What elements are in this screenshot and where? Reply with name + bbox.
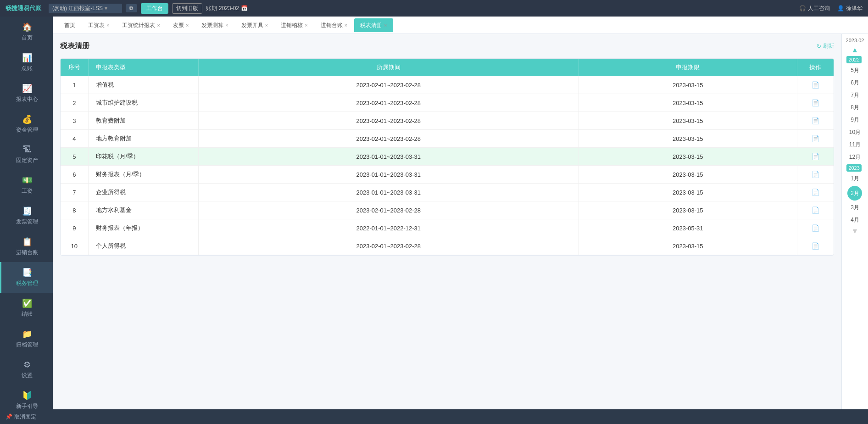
action-icon[interactable]: 📄	[812, 171, 819, 178]
sidebar-item-fund[interactable]: 💰资金管理	[0, 109, 53, 139]
action-icon[interactable]: 📄	[812, 135, 819, 142]
cell-no: 9	[61, 219, 88, 237]
tab-salary_report[interactable]: 工资统计报表×	[116, 18, 166, 32]
period-label: 账期 2023-02 📅	[206, 5, 248, 12]
tab-home[interactable]: 首页	[58, 18, 81, 32]
tab-close-invoice_check[interactable]: ×	[225, 22, 228, 28]
tab-label-invoice_open: 发票开具	[241, 22, 263, 29]
rs-month-2022-6月[interactable]: 6月	[846, 77, 863, 89]
cell-type: 财务报表（月/季）	[88, 166, 198, 184]
tab-purchase_audit[interactable]: 进销稽核×	[275, 18, 313, 32]
tab-purchase_ledger[interactable]: 进销台账×	[315, 18, 353, 32]
rs-month-2023-1月[interactable]: 1月	[846, 173, 863, 185]
tab-close-purchase_audit[interactable]: ×	[305, 22, 307, 28]
sidebar-item-ledger[interactable]: 📊总账	[0, 47, 53, 78]
sidebar-item-guide[interactable]: 🔰新手引导	[0, 385, 53, 409]
tab-invoice[interactable]: 发票×	[167, 18, 195, 32]
tab-close-salary[interactable]: ×	[106, 22, 109, 28]
sidebar-item-purchase[interactable]: 📋进销台账	[0, 231, 53, 262]
action-icon[interactable]: 📄	[812, 81, 819, 89]
rs-month-2022-12月[interactable]: 12月	[846, 151, 863, 163]
user-menu[interactable]: 👤 徐泽华	[837, 5, 862, 12]
settlement-icon: ✅	[22, 298, 32, 308]
sidebar-item-settings[interactable]: ⚙设置	[0, 354, 53, 385]
tab-close-salary_report[interactable]: ×	[157, 22, 160, 28]
tab-label-home: 首页	[64, 22, 75, 29]
rs-month-2023-2月[interactable]: 2月	[847, 186, 862, 201]
company-selector[interactable]: (勿动) 江西报室-LSS ▾	[49, 4, 122, 13]
workstation-button[interactable]: 工作台	[141, 3, 168, 14]
rs-month-2022-8月[interactable]: 8月	[846, 101, 863, 114]
page-title: 税表清册	[60, 41, 89, 51]
tab-tax_list[interactable]: 税表清册×	[354, 18, 393, 32]
rs-month-2022-11月[interactable]: 11月	[846, 139, 863, 151]
rs-current-period: 2023.02	[846, 36, 864, 45]
sidebar-item-tax[interactable]: 📑税务管理	[0, 262, 53, 293]
cell-action: 📄	[797, 237, 834, 255]
cell-type: 地方教育附加	[88, 130, 198, 148]
cell-action: 📄	[797, 94, 834, 112]
cell-no: 3	[61, 112, 88, 130]
tab-close-tax_list[interactable]: ×	[384, 22, 387, 28]
sidebar-item-report[interactable]: 📈报表中心	[0, 78, 53, 109]
rs-nav-down-button[interactable]: ▼	[851, 226, 860, 236]
sidebar-item-invoice[interactable]: 🧾发票管理	[0, 201, 53, 231]
tab-invoice_open[interactable]: 发票开具×	[235, 18, 274, 32]
rs-year-2023[interactable]: 2023	[846, 164, 862, 172]
cell-type: 教育费附加	[88, 112, 198, 130]
rs-month-2022-7月[interactable]: 7月	[846, 89, 863, 101]
cell-period: 2023-02-01~2023-02-28	[198, 237, 579, 255]
rs-nav-up-button[interactable]: ▲	[851, 45, 860, 55]
guide-icon: 🔰	[22, 391, 32, 401]
rs-month-2022-10月[interactable]: 10月	[846, 126, 863, 139]
action-icon[interactable]: 📄	[812, 242, 819, 250]
cell-action: 📄	[797, 130, 834, 148]
sidebar-item-archive[interactable]: 📁归档管理	[0, 324, 53, 354]
right-sidebar: 2023.02 ▲ 20225月6月7月8月9月10月11月12月20231月2…	[841, 34, 868, 409]
calendar-icon[interactable]: 📅	[241, 5, 248, 11]
sidebar-item-salary[interactable]: 💵工资	[0, 170, 53, 201]
cell-action: 📄	[797, 201, 834, 219]
rs-month-2023-4月[interactable]: 4月	[846, 214, 863, 226]
rs-month-2023-3月[interactable]: 3月	[846, 201, 863, 214]
tab-salary[interactable]: 工资表×	[82, 18, 115, 32]
copy-icon-btn[interactable]: ⧉	[126, 4, 137, 12]
action-icon[interactable]: 📄	[812, 224, 819, 232]
cell-deadline: 2023-03-15	[579, 76, 797, 94]
page-header: 税表清册 ↻ 刷新	[60, 41, 834, 51]
action-icon[interactable]: 📄	[812, 99, 819, 106]
table-header-row: 序号 申报表类型 所属期间 申报期限 操作	[61, 59, 834, 76]
refresh-button[interactable]: ↻ 刷新	[817, 42, 834, 50]
action-icon[interactable]: 📄	[812, 117, 819, 124]
headset-icon: 🎧	[799, 5, 806, 11]
sidebar-label-settings: 设置	[22, 372, 33, 379]
tab-invoice_check[interactable]: 发票测算×	[195, 18, 234, 32]
help-button[interactable]: 🎧 人工咨询	[799, 5, 830, 12]
action-icon[interactable]: 📄	[812, 189, 819, 196]
cancel-fixed-button[interactable]: 📌 取消固定	[6, 413, 36, 421]
tab-close-invoice_open[interactable]: ×	[265, 22, 268, 28]
invoice-icon: 🧾	[22, 206, 32, 216]
sidebar-item-home[interactable]: 🏠首页	[0, 17, 53, 47]
rs-month-2022-9月[interactable]: 9月	[846, 114, 863, 126]
top-bar-right: 🎧 人工咨询 👤 徐泽华	[799, 5, 862, 12]
tab-close-purchase_ledger[interactable]: ×	[345, 22, 347, 28]
cell-no: 8	[61, 201, 88, 219]
rs-year-2022[interactable]: 2022	[846, 56, 862, 63]
sidebar-item-asset[interactable]: 🏗固定资产	[0, 139, 53, 170]
rs-month-2022-5月[interactable]: 5月	[846, 64, 863, 77]
sidebar-label-asset: 固定资产	[16, 156, 38, 164]
tab-close-invoice[interactable]: ×	[186, 22, 189, 28]
cell-action: 📄	[797, 148, 834, 166]
sidebar-label-tax: 税务管理	[16, 279, 38, 287]
sidebar: 🏠首页📊总账📈报表中心💰资金管理🏗固定资产💵工资🧾发票管理📋进销台账📑税务管理✅…	[0, 17, 53, 409]
action-icon[interactable]: 📄	[812, 206, 819, 214]
cell-action: 📄	[797, 76, 834, 94]
switch-old-button[interactable]: 切到旧版	[172, 3, 202, 14]
action-icon[interactable]: 📄	[812, 153, 819, 160]
table-row: 9 财务报表（年报） 2022-01-01~2022-12-31 2023-05…	[61, 219, 834, 237]
cell-period: 2022-01-01~2022-12-31	[198, 219, 579, 237]
sidebar-label-report: 报表中心	[16, 95, 38, 103]
main-layout: 🏠首页📊总账📈报表中心💰资金管理🏗固定资产💵工资🧾发票管理📋进销台账📑税务管理✅…	[0, 17, 868, 409]
sidebar-item-settlement[interactable]: ✅结账	[0, 293, 53, 324]
